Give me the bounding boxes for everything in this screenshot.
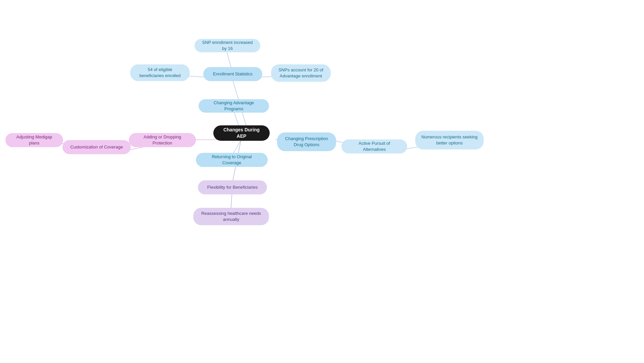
center-node: Changes During AEP bbox=[213, 125, 270, 141]
changing-rx-node: Changing Prescription Drug Options bbox=[277, 132, 336, 151]
numerous-recipients-node: Numerous recipients seeking better optio… bbox=[415, 131, 484, 149]
customization-node: Customization of Coverage bbox=[62, 140, 131, 154]
snps-account-node: SNPs account for 20 of Advantage enrollm… bbox=[271, 64, 331, 82]
flexibility-node: Flexibility for Beneficiaries bbox=[198, 180, 267, 194]
active-pursuit-node: Active Pursuit of Alternatives bbox=[341, 139, 407, 154]
enrollment-stats-node: Enrollment Statistics bbox=[203, 67, 262, 81]
changing-advantage-node: Changing Advantage Programs bbox=[199, 99, 269, 113]
adjusting-medigap-node: Adjusting Medigap plans bbox=[5, 133, 63, 147]
reassessing-node: Reassessing healthcare needs annually bbox=[193, 208, 269, 225]
eligible-beneficiaries-node: 54 of eligible beneficiaries enrolled bbox=[130, 64, 190, 81]
snp-enrollment-node: SNP enrollment increased by 16 bbox=[195, 39, 260, 52]
adding-dropping-node: Adding or Dropping Protection bbox=[129, 133, 196, 147]
returning-coverage-node: Returning to Original Coverage bbox=[196, 153, 268, 167]
